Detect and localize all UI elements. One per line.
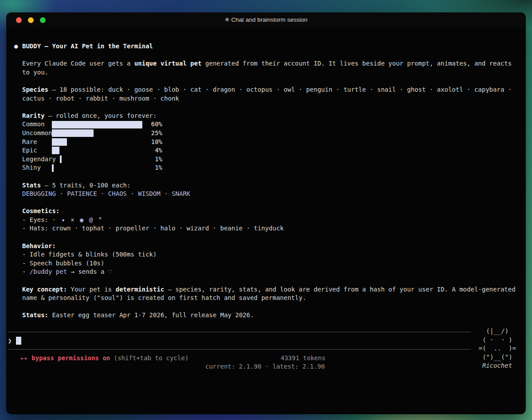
rarity-value: 1% bbox=[133, 155, 162, 164]
behavior-item-idle: - Idle fidgets & blinks (500ms tick) bbox=[22, 250, 518, 259]
rarity-subtitle: — rolled once, yours forever: bbox=[45, 112, 157, 119]
rarity-bar bbox=[52, 129, 94, 137]
rarity-bar bbox=[60, 156, 62, 163]
rarity-value: 4% bbox=[133, 146, 162, 155]
permission-mode-indicator[interactable]: ▸▸ bypass permissions on (shift+tab to c… bbox=[20, 354, 188, 363]
zoom-button[interactable] bbox=[40, 17, 46, 23]
rarity-bar bbox=[52, 121, 142, 128]
stats-heading: Stats — 5 traits, 0-100 each: bbox=[22, 181, 518, 190]
rarity-bar-row: Epic4% bbox=[22, 146, 518, 155]
status-label: Status: bbox=[22, 311, 48, 319]
eye-style-icons: · ✦ × ◉ @ ° bbox=[52, 216, 103, 223]
key-concept-text: Your pet is bbox=[67, 286, 116, 293]
mode-arrows-icon: ▸▸ bbox=[20, 354, 31, 362]
rarity-heading: Rarity — rolled once, yours forever: bbox=[22, 112, 518, 121]
stats-label: Stats bbox=[22, 182, 41, 189]
input-top-border bbox=[6, 328, 526, 337]
rarity-category-label: Epic bbox=[22, 146, 52, 155]
rarity-category-label: Rare bbox=[22, 138, 52, 147]
cosmetics-heading: Cosmetics: bbox=[22, 207, 518, 216]
key-concept-label: Key concept: bbox=[22, 286, 67, 293]
stats-subtitle: — 5 traits, 0-100 each: bbox=[41, 182, 130, 189]
status-text: Easter egg teaser Apr 1-7 2026, full rel… bbox=[48, 311, 254, 319]
pet-name: Ricochet bbox=[479, 362, 516, 370]
version-info: current: 2.1.90 · latest: 2.1.90 bbox=[205, 362, 325, 371]
token-count: 43391 tokens bbox=[281, 354, 325, 363]
hats-line: - Hats: crown · tophat · propeller · hal… bbox=[22, 224, 518, 233]
input-bottom-border bbox=[6, 345, 526, 354]
message-bullet-icon: ● bbox=[14, 42, 18, 51]
rarity-value: 60% bbox=[133, 120, 162, 129]
stats-traits: DEBUGGING · PATIENCE · CHAOS · WISDOM · … bbox=[22, 190, 518, 198]
rarity-bar bbox=[52, 164, 54, 172]
traffic-lights bbox=[16, 17, 46, 23]
dash: - bbox=[22, 268, 30, 275]
mode-hint: (shift+tab to cycle) bbox=[110, 354, 188, 362]
pet-ascii-art: (|__/) ( · · ) =( .. )= (")__(") bbox=[479, 327, 516, 362]
assistant-message-header: ● BUDDY — Your AI Pet in the Terminal bbox=[22, 42, 518, 51]
key-concept-bold: deterministic bbox=[116, 286, 164, 293]
rarity-category-label: Uncommon bbox=[22, 129, 52, 138]
status-line: Status: Easter egg teaser Apr 1-7 2026, … bbox=[22, 311, 518, 320]
rarity-value: 1% bbox=[133, 163, 162, 172]
mode-label: bypass permissions on bbox=[31, 354, 110, 362]
heart-icon: ♡ bbox=[108, 268, 112, 275]
behavior-item-speech: - Speech bubbles (10s) bbox=[22, 259, 518, 268]
rarity-bar bbox=[52, 138, 67, 146]
input-and-status-area: ❯ ▸▸ bypass permissions on (shift+tab to… bbox=[6, 328, 526, 371]
rarity-bar-row: Shiny1% bbox=[22, 163, 518, 172]
intro-bold-text: unique virtual pet bbox=[134, 60, 202, 67]
window-title-text: Chat and brainstorm session bbox=[231, 16, 308, 23]
text-cursor[interactable] bbox=[16, 337, 21, 345]
rarity-category-label: Shiny bbox=[22, 163, 52, 172]
rarity-bar-row: Rare10% bbox=[22, 138, 518, 147]
rarity-bar bbox=[52, 147, 59, 154]
prompt-input[interactable]: ❯ bbox=[6, 337, 526, 346]
title-bar: ✳ Chat and brainstorm session bbox=[6, 12, 526, 27]
behavior-item-pet: - /buddy pet → sends a ♡ bbox=[22, 268, 518, 276]
rarity-category-label: Common bbox=[22, 120, 52, 129]
pet-display: (|__/) ( · · ) =( .. )= (")__(") Ricoche… bbox=[479, 327, 516, 370]
buddy-pet-command: /buddy pet bbox=[30, 268, 67, 275]
intro-text: Every Claude Code user gets a bbox=[22, 60, 134, 67]
rarity-bar-row: Legendary1% bbox=[22, 155, 518, 164]
status-bar: ▸▸ bypass permissions on (shift+tab to c… bbox=[6, 354, 526, 363]
prompt-chevron-icon: ❯ bbox=[8, 337, 12, 346]
page-title: BUDDY — Your AI Pet in the Terminal bbox=[22, 43, 153, 50]
close-button[interactable] bbox=[16, 17, 22, 23]
window-title: ✳ Chat and brainstorm session bbox=[6, 12, 526, 27]
minimize-button[interactable] bbox=[28, 17, 34, 23]
rarity-chart: Common60%Uncommon25%Rare10%Epic4%Legenda… bbox=[22, 120, 518, 172]
key-concept-paragraph: Key concept: Your pet is deterministic —… bbox=[22, 285, 518, 303]
session-transcript: ● BUDDY — Your AI Pet in the Terminal Ev… bbox=[6, 27, 526, 320]
behavior-pet-text: → sends a bbox=[67, 268, 108, 275]
species-label: Species bbox=[22, 86, 48, 93]
rarity-bar-row: Uncommon25% bbox=[22, 129, 518, 138]
rarity-category-label: Legendary bbox=[22, 155, 56, 164]
eyes-line: - Eyes: · ✦ × ◉ @ ° bbox=[22, 216, 518, 225]
behavior-heading: Behavior: bbox=[22, 242, 518, 251]
spark-icon: ✳ bbox=[225, 16, 230, 23]
rarity-bar-row: Common60% bbox=[22, 120, 518, 129]
intro-paragraph: Every Claude Code user gets a unique vir… bbox=[22, 59, 518, 77]
rarity-value: 10% bbox=[133, 138, 162, 147]
species-list: — 18 possible: duck · goose · blob · cat… bbox=[22, 86, 512, 102]
version-row: current: 2.1.90 · latest: 2.1.90 bbox=[6, 362, 526, 371]
eyes-label: - Eyes: bbox=[22, 216, 52, 223]
terminal-window[interactable]: ✳ Chat and brainstorm session ● BUDDY — … bbox=[6, 12, 526, 414]
species-line: Species — 18 possible: duck · goose · bl… bbox=[22, 86, 518, 103]
rarity-value: 25% bbox=[133, 129, 162, 138]
rarity-label: Rarity bbox=[22, 112, 45, 119]
